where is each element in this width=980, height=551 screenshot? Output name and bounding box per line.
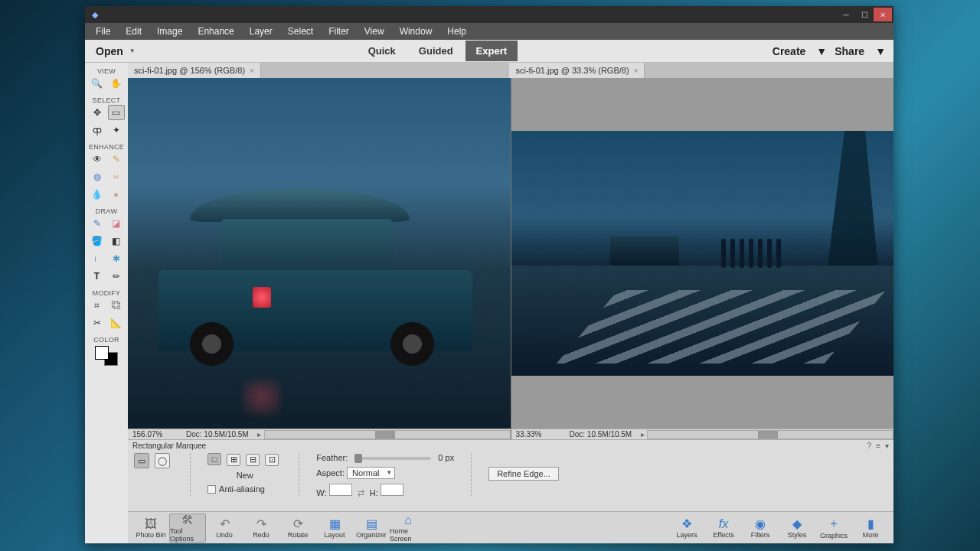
zoom-right[interactable]: 33.33%: [511, 430, 564, 439]
hand-tool[interactable]: ✋: [108, 76, 125, 91]
doc-tab-2[interactable]: sci-fi-01.jpg @ 33.3% (RGB/8)×: [509, 63, 645, 78]
menu-enhance[interactable]: Enhance: [191, 24, 240, 38]
hscroll-left[interactable]: [264, 430, 511, 439]
menu-view[interactable]: View: [358, 24, 390, 38]
filters-button[interactable]: ◉Filters: [742, 514, 779, 543]
rect-marquee-button[interactable]: ▭: [134, 453, 149, 468]
canvas-left[interactable]: [128, 78, 511, 429]
menu-edit[interactable]: Edit: [119, 24, 148, 38]
eraser-tool[interactable]: ◪: [108, 216, 125, 231]
arrow-icon[interactable]: ▸: [638, 430, 647, 439]
group-color: COLOR: [93, 336, 119, 344]
zoom-left[interactable]: 156.07%: [128, 430, 180, 439]
selection-mode-group: □ ⊞ ⊟ ⊡ New Anti-aliasing: [207, 453, 282, 494]
help-icon[interactable]: ?: [867, 442, 872, 450]
brush-tool[interactable]: ✎: [89, 216, 106, 231]
panel-menu-icon[interactable]: ≡: [876, 442, 880, 450]
redeye-tool[interactable]: 👁: [89, 152, 106, 167]
maximize-button[interactable]: ☐: [855, 8, 874, 21]
undo-button[interactable]: ↶Undo: [206, 514, 243, 543]
marquee-tool[interactable]: ▭: [108, 105, 125, 120]
zoom-tool[interactable]: 🔍: [89, 76, 106, 91]
ellipse-marquee-button[interactable]: ◯: [155, 453, 170, 468]
docsize-left: Doc: 10.5M/10.5M: [180, 430, 255, 439]
color-swatch[interactable]: [95, 346, 118, 366]
share-button[interactable]: Share: [835, 45, 864, 57]
share-dropdown-icon[interactable]: ▼: [875, 45, 886, 57]
straighten-tool[interactable]: 📐: [108, 315, 125, 331]
open-button[interactable]: Open: [93, 45, 126, 57]
content-move-tool[interactable]: ✂: [89, 315, 106, 331]
menu-help[interactable]: Help: [441, 24, 472, 38]
pencil-tool[interactable]: ✏: [108, 269, 125, 284]
photo-bin-button[interactable]: 🖼Photo Bin: [132, 514, 169, 543]
doc-tab-2-close-icon[interactable]: ×: [634, 67, 639, 75]
open-dropdown-icon[interactable]: ▼: [129, 47, 136, 54]
home-button[interactable]: ⌂Home Screen: [390, 514, 426, 543]
shape-tool[interactable]: ✱: [108, 251, 125, 266]
close-button[interactable]: ✕: [874, 8, 892, 21]
menu-file[interactable]: File: [90, 24, 116, 38]
blur-tool[interactable]: 💧: [89, 187, 106, 202]
antialias-label: Anti-aliasing: [219, 484, 265, 494]
organizer-button[interactable]: ▤Organizer: [353, 514, 390, 543]
fill-tool[interactable]: 🪣: [89, 233, 106, 249]
menu-layer[interactable]: Layer: [243, 24, 279, 38]
subtract-selection-button[interactable]: ⊟: [246, 454, 260, 466]
menu-image[interactable]: Image: [151, 24, 188, 38]
height-label: H:: [370, 488, 378, 497]
antialias-checkbox[interactable]: [207, 485, 216, 494]
doc-tab-1-close-icon[interactable]: ×: [250, 67, 254, 75]
effects-button[interactable]: fxEffects: [705, 514, 742, 543]
minimize-button[interactable]: ─: [837, 8, 855, 21]
whiten-tool[interactable]: ✎: [108, 152, 125, 167]
group-enhance: ENHANCE: [89, 143, 124, 151]
menu-filter[interactable]: Filter: [322, 24, 355, 38]
arrow-icon[interactable]: ▸: [255, 430, 264, 439]
workspace: VIEW 🔍 ✋ SELECT ✥ ▭ ȹ ✦ ENHANCE 👁✎ ◍⎃ 💧●…: [85, 63, 893, 543]
tool-name-label: Rectangular Marquee: [128, 440, 893, 452]
hscroll-right[interactable]: [647, 430, 893, 439]
gradient-tool[interactable]: ◧: [108, 233, 125, 249]
feather-slider[interactable]: [354, 457, 431, 460]
eyedropper-tool[interactable]: ⃓: [89, 251, 106, 266]
move-tool[interactable]: ✥: [89, 105, 106, 120]
spot-heal-tool[interactable]: ◍: [89, 169, 106, 184]
graphics-button[interactable]: ＋Graphics: [815, 514, 852, 543]
layers-button[interactable]: ❖Layers: [668, 514, 705, 543]
canvas-right[interactable]: [511, 78, 894, 429]
height-input[interactable]: [381, 484, 403, 496]
lasso-tool[interactable]: ȹ: [89, 122, 106, 138]
recompose-tool[interactable]: ⿻: [108, 298, 125, 313]
create-dropdown-icon[interactable]: ▼: [816, 45, 827, 57]
tool-options-button[interactable]: 🛠Tool Options: [169, 514, 206, 543]
feather-value: 0 px: [438, 453, 454, 462]
add-selection-button[interactable]: ⊞: [227, 454, 240, 466]
collapse-icon[interactable]: ▾: [885, 442, 889, 450]
mode-quick[interactable]: Quick: [358, 41, 407, 61]
refine-edge-button[interactable]: Refine Edge...: [488, 467, 559, 481]
doc-tab-1[interactable]: sci-fi-01.jpg @ 156% (RGB/8)×: [128, 63, 261, 78]
layout-button[interactable]: ▦Layout: [316, 514, 353, 543]
mode-expert[interactable]: Expert: [466, 41, 518, 61]
create-button[interactable]: Create: [773, 45, 806, 57]
styles-button[interactable]: ◆Styles: [779, 514, 815, 543]
redo-button[interactable]: ↷Redo: [243, 514, 279, 543]
status-right: 33.33% Doc: 10.5M/10.5M ▸: [511, 429, 894, 439]
mode-guided[interactable]: Guided: [408, 41, 464, 61]
group-draw: DRAW: [96, 207, 117, 215]
more-button[interactable]: ▮More: [852, 514, 889, 543]
clone-tool[interactable]: ⎃: [108, 169, 125, 184]
crop-tool[interactable]: ⌗: [89, 298, 106, 313]
text-tool[interactable]: T: [89, 269, 106, 284]
width-input[interactable]: [329, 484, 352, 496]
menu-window[interactable]: Window: [394, 24, 439, 38]
intersect-selection-button[interactable]: ⊡: [265, 454, 279, 466]
swap-wh-icon[interactable]: ⇄: [358, 488, 364, 497]
aspect-select[interactable]: Normal: [347, 467, 395, 479]
quick-select-tool[interactable]: ✦: [108, 122, 125, 138]
menu-select[interactable]: Select: [282, 24, 319, 38]
rotate-button[interactable]: ⟳Rotate: [279, 514, 316, 543]
new-selection-button[interactable]: □: [207, 453, 221, 465]
sponge-tool[interactable]: ●: [108, 187, 125, 202]
